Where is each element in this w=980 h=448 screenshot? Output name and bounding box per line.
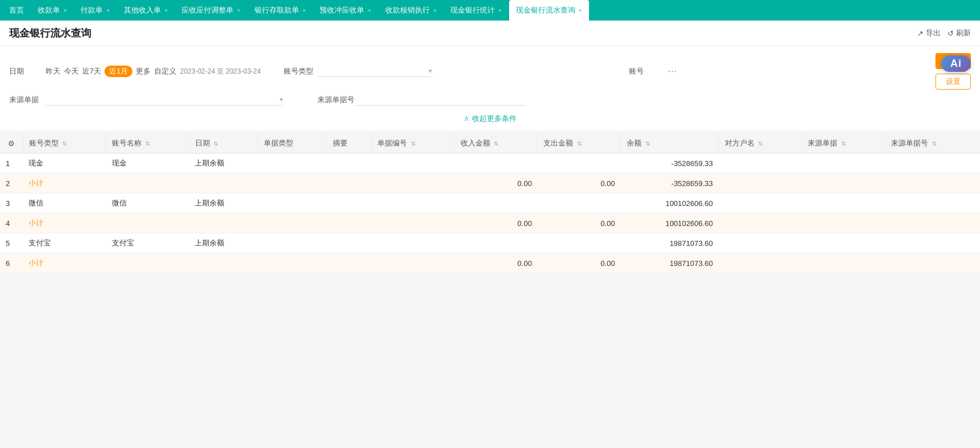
nav-bank-deposit[interactable]: 银行存取款单 × — [248, 0, 313, 21]
source-doc-num-input-wrap — [354, 94, 526, 106]
td-expense — [538, 233, 621, 253]
td-source-doc — [802, 173, 885, 193]
close-cash-flow-icon[interactable]: × — [579, 0, 582, 21]
td-counterparty — [719, 253, 802, 273]
sort-account-type-icon: ⇅ — [62, 140, 67, 147]
nav-payments[interactable]: 付款单 × — [74, 0, 116, 21]
td-index: 1 — [0, 154, 23, 173]
account-more-button[interactable]: ··· — [668, 66, 677, 76]
source-doc-section: 来源单据 ▾ — [9, 94, 283, 106]
ai-badge[interactable]: Ai — [941, 55, 971, 72]
shortcut-more[interactable]: 更多 — [136, 66, 151, 76]
close-payments-icon[interactable]: × — [106, 0, 110, 21]
td-account-type: 小计 — [23, 253, 106, 273]
close-bank-deposit-icon[interactable]: × — [303, 0, 306, 21]
table-row[interactable]: 1 现金 现金 上期余额 -3528659.33 — [0, 154, 980, 173]
td-account-name — [106, 253, 189, 273]
source-doc-dropdown-icon[interactable]: ▾ — [280, 96, 283, 103]
account-type-dropdown-icon[interactable]: ▾ — [429, 67, 432, 75]
td-income: 0.00 — [454, 253, 538, 273]
td-doc-no — [372, 193, 455, 213]
collapse-filters-button[interactable]: ∧ 收起更多条件 — [9, 110, 971, 128]
th-expense[interactable]: 支出金额 ⇅ — [538, 134, 621, 154]
th-income[interactable]: 收入金额 ⇅ — [454, 134, 538, 154]
td-summary — [326, 253, 371, 273]
account-label: 账号 — [629, 66, 663, 76]
td-account-type: 现金 — [23, 154, 106, 173]
date-shortcuts: 昨天 今天 近7天 近1月 更多 自定义 — [46, 66, 176, 77]
account-section: 账号 ··· — [629, 66, 929, 76]
table-row[interactable]: 5 支付宝 支付宝 上期余额 19871073.60 — [0, 233, 980, 253]
td-source-doc — [802, 253, 885, 273]
nav-ar-ap-adjust[interactable]: 应收应付调整单 × — [175, 0, 247, 21]
shortcut-custom[interactable]: 自定义 — [154, 66, 176, 76]
nav-home[interactable]: 首页 — [2, 0, 31, 21]
shortcut-yesterday[interactable]: 昨天 — [46, 66, 61, 76]
th-gear[interactable]: ⚙ — [0, 134, 23, 154]
td-doc-no — [372, 233, 455, 253]
sort-income-icon: ⇅ — [494, 140, 498, 147]
table-row[interactable]: 6 小计 0.00 0.00 19871073.60 — [0, 253, 980, 273]
source-doc-label: 来源单据 — [9, 95, 43, 105]
th-balance[interactable]: 余额 ⇅ — [621, 134, 719, 154]
td-expense — [538, 154, 621, 173]
nav-receipts[interactable]: 收款单 × — [31, 0, 74, 21]
table-row[interactable]: 4 小计 0.00 0.00 100102606.60 — [0, 213, 980, 233]
close-cash-stats-icon[interactable]: × — [498, 0, 502, 21]
shortcut-1month[interactable]: 近1月 — [104, 66, 132, 77]
refresh-button[interactable]: ↺ 刷新 — [947, 28, 971, 38]
sort-source-doc-icon: ⇅ — [841, 140, 846, 147]
date-range-text: 2023-02-24 至 2023-03-24 — [180, 67, 260, 76]
close-other-income-icon[interactable]: × — [164, 0, 168, 21]
td-date — [189, 253, 257, 273]
nav-cash-bank-stats[interactable]: 现金银行统计 × — [443, 0, 509, 21]
th-counterparty[interactable]: 对方户名 ⇅ — [719, 134, 802, 154]
close-ar-ap-icon[interactable]: × — [237, 0, 240, 21]
td-index: 4 — [0, 213, 23, 233]
settings-button[interactable]: 设置 — [935, 74, 971, 90]
close-prepaid-offset-icon[interactable]: × — [368, 0, 371, 21]
close-receipts-icon[interactable]: × — [63, 0, 67, 21]
table-row[interactable]: 2 小计 0.00 0.00 -3528659.33 — [0, 173, 980, 193]
top-navigation: 首页 收款单 × 付款单 × 其他收入单 × 应收应付调整单 × 银行存取款单 … — [0, 0, 980, 21]
source-doc-input[interactable] — [46, 94, 280, 105]
nav-collection-exec[interactable]: 收款核销执行 × — [378, 0, 443, 21]
table-row[interactable]: 3 微信 微信 上期余额 100102606.60 — [0, 193, 980, 213]
page-title: 现金银行流水查询 — [9, 26, 91, 40]
shortcut-7days[interactable]: 近7天 — [82, 66, 101, 76]
td-income — [454, 193, 538, 213]
td-doc-type — [257, 154, 326, 173]
td-expense: 0.00 — [538, 253, 621, 273]
export-button[interactable]: ↗ 导出 — [917, 28, 941, 38]
td-date: 上期余额 — [189, 154, 257, 173]
page-header: 现金银行流水查询 ↗ 导出 ↺ 刷新 — [0, 21, 980, 46]
th-account-type[interactable]: 账号类型 ⇅ — [23, 134, 106, 154]
account-type-input[interactable] — [318, 66, 429, 76]
th-account-name[interactable]: 账号名称 ⇅ — [106, 134, 189, 154]
td-doc-no — [372, 173, 455, 193]
sort-balance-icon: ⇅ — [646, 140, 650, 147]
td-doc-type — [257, 233, 326, 253]
td-account-type: 小计 — [23, 173, 106, 193]
source-doc-num-input[interactable] — [354, 94, 526, 105]
td-source-doc-no — [885, 154, 980, 173]
nav-other-income[interactable]: 其他收入单 × — [117, 0, 175, 21]
th-date[interactable]: 日期 ⇅ — [189, 134, 257, 154]
export-icon: ↗ — [917, 29, 923, 38]
td-income: 0.00 — [454, 213, 538, 233]
data-table: ⚙ 账号类型 ⇅ 账号名称 ⇅ 日期 ⇅ 单据类型 摘要 — [0, 134, 980, 273]
td-expense — [538, 193, 621, 213]
th-doc-no[interactable]: 单据编号 ⇅ — [372, 134, 455, 154]
close-collection-exec-icon[interactable]: × — [433, 0, 437, 21]
nav-prepaid-offset[interactable]: 预收冲应收单 × — [313, 0, 378, 21]
td-source-doc-no — [885, 193, 980, 213]
th-source-doc-no[interactable]: 来源单据号 ⇅ — [885, 134, 980, 154]
shortcut-today[interactable]: 今天 — [64, 66, 79, 76]
th-source-doc[interactable]: 来源单据 ⇅ — [802, 134, 885, 154]
td-summary — [326, 173, 371, 193]
nav-cash-bank-flow[interactable]: 现金银行流水查询 × — [509, 0, 589, 21]
th-doc-type: 单据类型 — [257, 134, 326, 154]
td-account-name — [106, 173, 189, 193]
sort-source-doc-no-icon: ⇅ — [932, 140, 937, 147]
td-source-doc-no — [885, 173, 980, 193]
